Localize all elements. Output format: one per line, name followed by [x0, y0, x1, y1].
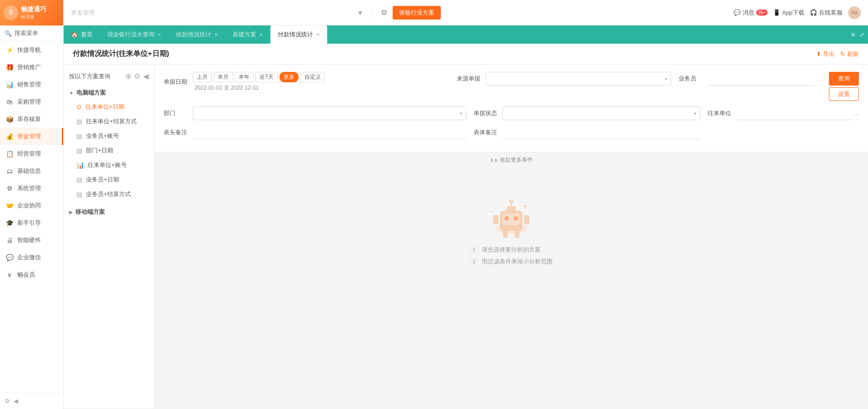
sidebar-item-quick-nav[interactable]: ⚡ 快捷导航: [0, 41, 63, 59]
sidebar-item-guide[interactable]: 🎓 新手引导: [0, 214, 63, 232]
status-dropdown-icon: ▾: [694, 111, 696, 116]
unit-more-icon[interactable]: ...: [854, 110, 859, 116]
tab-receipt-close[interactable]: ✕: [214, 32, 218, 38]
scheme-item-label: 往来单位+结算方式: [86, 117, 137, 126]
sidebar-item-funds[interactable]: 💰 资金管理: [0, 128, 63, 145]
search-menu[interactable]: 🔍 搜索菜单: [0, 25, 63, 41]
tab-new-scheme-label: 新建方案: [233, 30, 256, 39]
step1-num: 1: [470, 246, 478, 254]
query-btn[interactable]: 查询: [829, 72, 859, 86]
scheme-item-staff-settle[interactable]: ▤ 业务员+结算方式: [64, 187, 154, 202]
filter-panel: 单据日期 上月 本月 本年 近7天 更多 自定义 20: [155, 65, 868, 152]
sidebar-item-wechat[interactable]: 💬 企业微信: [0, 249, 63, 266]
scheme-item-label: 业务员+账号: [86, 132, 119, 140]
source-select[interactable]: ▾: [486, 72, 671, 86]
scheme-actions: ⊕ ⚙ ◀: [125, 72, 149, 81]
tab-new-scheme[interactable]: 新建方案 ✕: [225, 25, 270, 44]
scheme-item-unit-settle[interactable]: ▤ 往来单位+结算方式: [64, 114, 154, 129]
svg-text:✦: ✦: [523, 203, 527, 210]
collapse-sidebar-icon[interactable]: ◀: [14, 398, 18, 404]
message-label: 消息: [743, 9, 754, 17]
dept-select[interactable]: ▾: [193, 106, 466, 120]
enterprise-icon: 🤝: [5, 202, 14, 210]
sidebar-item-member[interactable]: ∨ 畅会员: [0, 266, 63, 283]
date-custom-btn[interactable]: 自定义: [300, 72, 325, 82]
refresh-icon: ↻: [840, 50, 845, 57]
status-label: 单据状态: [474, 109, 499, 117]
date-more-btn[interactable]: 更多: [279, 72, 299, 82]
date-range-text: 2022-01-01 至 2022-12-31: [195, 84, 325, 92]
app-download-btn[interactable]: 📱 App下载: [773, 9, 804, 17]
sidebar-item-operations[interactable]: 📋 经营管理: [0, 145, 63, 162]
guide-icon: 🎓: [5, 219, 14, 227]
body-note-input[interactable]: [503, 126, 700, 139]
user-avatar[interactable]: Rit: [848, 6, 861, 19]
scheme-settings-icon[interactable]: ⚙: [134, 72, 140, 81]
topbar-settings-icon[interactable]: ⚙: [381, 8, 387, 17]
tab-maximize-icon[interactable]: ⤢: [859, 31, 864, 38]
source-filter-item: 来源单据 ▾: [457, 72, 671, 86]
service-label: 在线客服: [819, 9, 843, 17]
message-badge: 99+: [756, 10, 768, 15]
add-scheme-icon[interactable]: ⊕: [125, 72, 131, 81]
scheme-item-staff-account[interactable]: ▤ 业务员+账号: [64, 129, 154, 143]
sidebar-item-inventory[interactable]: 📦 库存核算: [0, 111, 63, 128]
scheme-section-desktop-title[interactable]: ▼ 电脑端方案: [64, 86, 154, 100]
date-7days-btn[interactable]: 近7天: [255, 72, 278, 82]
svg-rect-10: [503, 231, 508, 238]
header-note-input[interactable]: [193, 126, 466, 139]
date-buttons: 上月 本月 本年 近7天 更多 自定义: [193, 72, 325, 82]
sidebar-item-purchase[interactable]: 🛍 采购管理: [0, 93, 63, 111]
scheme-item-staff-date[interactable]: ▤ 业务员+日期: [64, 172, 154, 187]
sidebar-item-system[interactable]: ⚙ 系统管理: [0, 180, 63, 197]
username-label: Rit: [851, 10, 857, 15]
tab-cash-flow-close[interactable]: ✕: [157, 32, 161, 38]
sidebar-item-hardware[interactable]: 🖨 智能硬件: [0, 232, 63, 249]
staff-label: 业务员: [678, 75, 704, 83]
sidebar-item-label: 采购管理: [17, 98, 41, 106]
collapse-conditions-btn[interactable]: ∧∧ 收起更多条件: [155, 152, 868, 167]
tab-payment-stat[interactable]: 付款情况统计 ✕: [270, 25, 327, 44]
date-this-month-btn[interactable]: 本月: [214, 72, 233, 82]
date-filter-item: 单据日期 上月 本月 本年 近7天 更多 自定义 20: [164, 72, 449, 92]
tab-cash-flow[interactable]: 现金银行流水查询 ✕: [100, 25, 169, 44]
date-last-month-btn[interactable]: 上月: [193, 72, 212, 82]
online-service-btn[interactable]: 🎧 在线客服: [810, 9, 843, 17]
dropdown-icon[interactable]: ▾: [358, 8, 362, 18]
staff-input[interactable]: [708, 72, 815, 86]
sidebar-item-enterprise[interactable]: 🤝 企业协同: [0, 197, 63, 214]
tab-home[interactable]: 🏠 首页: [64, 25, 100, 44]
unit-input[interactable]: [737, 106, 853, 120]
svg-point-7: [509, 199, 514, 204]
scheme-collapse-icon[interactable]: ◀: [143, 72, 149, 81]
scheme-item-unit-date[interactable]: ⊙ 往来单位+日期: [64, 100, 154, 114]
scheme-section-mobile-title[interactable]: ▶ 移动端方案: [64, 205, 154, 219]
tab-receipt-stat[interactable]: 收款情况统计 ✕: [169, 25, 225, 44]
message-btn[interactable]: 💬 消息 99+: [733, 9, 768, 17]
refresh-btn[interactable]: ↻ 刷新: [840, 50, 859, 58]
tab-payment-close[interactable]: ✕: [316, 32, 320, 38]
date-this-year-btn[interactable]: 本年: [234, 72, 254, 82]
export-btn[interactable]: ⬆ 导出: [816, 50, 835, 58]
source-dropdown-icon: ▾: [665, 76, 667, 81]
scheme-item-unit-account[interactable]: 📊 往来单位+账号: [64, 158, 154, 172]
hardware-icon: 🖨: [5, 236, 14, 244]
staff-more-icon[interactable]: ...: [817, 76, 822, 82]
tab-payment-stat-label: 付款情况统计: [278, 30, 313, 39]
tab-new-scheme-close[interactable]: ✕: [259, 32, 263, 38]
tab-close-all-icon[interactable]: ✕: [851, 31, 856, 38]
empty-illustration: ✦ ✦: [484, 195, 539, 240]
settings-btn[interactable]: 设置: [829, 87, 859, 101]
scheme-item-dept-date[interactable]: ▤ 部门+日期: [64, 143, 154, 158]
page-header: 付款情况统计(往来单位+日期) ⬆ 导出 ↻ 刷新: [64, 44, 868, 65]
staff-filter-item: 业务员 ...: [678, 72, 822, 86]
sidebar-item-marketing[interactable]: 🎁 营销推广: [0, 59, 63, 76]
unit-date-icon: ⊙: [76, 103, 82, 111]
header-note-label: 表头备注: [164, 128, 189, 136]
sidebar-item-sales[interactable]: 📊 销售管理: [0, 76, 63, 93]
sidebar-item-basic-info[interactable]: 🗂 基础信息: [0, 162, 63, 180]
industry-btn[interactable]: 体验行业方案: [393, 6, 441, 20]
sidebar-item-label: 基础信息: [17, 167, 41, 175]
settings-icon[interactable]: ⚙: [5, 398, 10, 404]
status-select[interactable]: ▾: [503, 106, 700, 120]
